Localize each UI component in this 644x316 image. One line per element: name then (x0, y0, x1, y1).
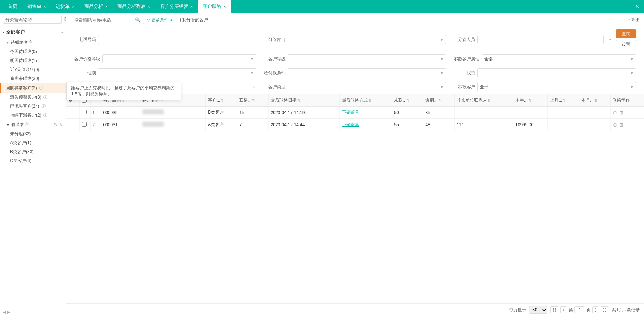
close-window-btn[interactable]: × (634, 3, 641, 10)
row-last-contact-date: 2023-04-12 14:44: (268, 119, 340, 131)
action-grid-icon[interactable]: ⊞ (619, 110, 624, 115)
th-unit-contact[interactable]: 往来单位联系人 ⇅ (454, 94, 513, 107)
subperson-dots[interactable]: ··· (607, 37, 611, 42)
year-sales-sort-icon: ⇅ (528, 99, 531, 102)
row-code: 000039 (101, 107, 140, 119)
sidebar-item-overdue-contact[interactable]: 逾期未联络(30) (0, 74, 66, 83)
th-contact-count-label: 联络... (239, 97, 251, 103)
subperson-select[interactable] (477, 35, 604, 44)
row-no-contact: 50 (392, 107, 423, 119)
status-select[interactable]: ▼ (477, 68, 636, 77)
row-last-contact-method[interactable]: 下销货单 (340, 119, 392, 131)
close-goods-analysis-tab[interactable]: × (105, 4, 107, 9)
all-customers-header[interactable]: ▪ 全部客户 » (0, 27, 66, 38)
refresh-value-cust-icon[interactable]: ↻ (54, 122, 57, 127)
th-cust-type[interactable]: 客户... ⇅ (206, 94, 237, 107)
sidebar-item-ungroup[interactable]: 未分组(32) (0, 129, 66, 138)
wait-contact-group[interactable]: ▼ 待联络客户 (0, 38, 66, 47)
retail-attr-select[interactable]: 全部▼ (482, 54, 636, 63)
sidebar-search-input[interactable] (3, 16, 62, 24)
sidebar-item-repeat-anomaly[interactable]: 回购异常客户(2) ⓘ (0, 83, 66, 93)
table-row: 1000039B类客户152023-04-17 14:19:下销货单5035 ⊕… (66, 107, 644, 119)
sidebar-item-c-class[interactable]: C类客户(6) (0, 156, 66, 165)
th-this-month[interactable]: 本月... ⇅ (579, 94, 610, 107)
action-link-icon[interactable]: ⊕ (613, 110, 617, 115)
row-checkbox[interactable] (82, 110, 87, 114)
payment-select[interactable]: ▼ (288, 68, 446, 77)
sidebar-item-tomorrow-contact[interactable]: 明天待联络(1) (0, 56, 66, 65)
th-last-contact-method-label: 最后联络方式 (342, 97, 368, 103)
edit-value-cust-icon[interactable]: ✎ (60, 122, 63, 127)
value-customer-group[interactable]: ▼ 价值客户 ↻ ✎ (0, 120, 66, 129)
row-checkbox-cell[interactable] (79, 107, 90, 119)
collapse-sidebar-btn[interactable]: » (61, 30, 63, 34)
sidebar-nav-left[interactable]: ◀ (3, 310, 6, 315)
last-page-btn[interactable]: ⟩⟩ (601, 306, 609, 313)
row-last-month (548, 107, 579, 119)
th-last-contact-method[interactable]: 最后联络方式 ⇅ (340, 94, 392, 107)
close-sales-tab[interactable]: × (43, 4, 46, 9)
th-last-contact-date[interactable]: 最后联络日期 ⇅ (268, 94, 340, 107)
tooltip-dots: ... (115, 92, 118, 96)
sidebar-item-b-class[interactable]: B类客户(33) (0, 147, 66, 156)
sidebar-item-today-contact[interactable]: 今天待联络(0) (0, 47, 66, 56)
th-year-sales[interactable]: 本年... ⇅ (513, 94, 548, 107)
filter-more-dots[interactable]: ··· (253, 84, 256, 89)
prev-page-btn[interactable]: ⟨ (560, 306, 567, 313)
action-link-icon[interactable]: ⊕ (613, 122, 617, 128)
main-layout: 🔍 ▪ 全部客户 » ▼ 待联络客户 今天待联络(0) 明天待联络(1) (0, 13, 644, 316)
th-no-contact[interactable]: 未联... ⇅ (392, 94, 423, 107)
tab-goods-analysis-list[interactable]: 商品分析列表 × (112, 0, 155, 13)
page-input[interactable] (574, 306, 585, 313)
cust-price-select[interactable]: ▼ (102, 54, 256, 63)
sidebar-item-7days-contact[interactable]: 近7天待联络(0) (0, 65, 66, 74)
last-contact-method-link[interactable]: 下销货单 (342, 110, 359, 115)
tab-home[interactable]: 首页 (3, 0, 22, 13)
per-page-label: 每页显示 (509, 307, 526, 313)
anomaly-info-icon: ⓘ (39, 86, 43, 90)
last-contact-method-link[interactable]: 下销货单 (342, 122, 359, 127)
close-purchase-tab[interactable]: × (72, 4, 74, 9)
row-name (140, 107, 205, 119)
tab-customer-segment[interactable]: 客户分层经营 × (155, 0, 198, 13)
action-grid-icon[interactable]: ⊞ (619, 122, 624, 128)
gender-select[interactable]: ▼ (98, 68, 256, 77)
more-conditions-btn[interactable]: ▽ 更多条件 ▲ (147, 17, 173, 23)
cust-level-select[interactable]: ▼ (288, 54, 446, 63)
row-last-contact-method[interactable]: 下销货单 (340, 107, 392, 119)
next-page-btn[interactable]: ⟩ (592, 306, 599, 313)
sidebar-item-continuous-down[interactable]: 持续下滑客户(2) ⓘ (0, 111, 66, 120)
close-customer-segment-tab[interactable]: × (190, 4, 193, 9)
tab-goods-analysis[interactable]: 商品分析 × (79, 0, 112, 13)
cust-type-select[interactable]: ▼ (288, 82, 446, 91)
close-customer-contact-tab[interactable]: × (223, 4, 226, 9)
my-customers-check[interactable]: 我分管的客户 (176, 17, 208, 23)
th-last-month[interactable]: 上月... ⇅ (548, 94, 579, 107)
top-nav: 首页 销售单 × 进货单 × 商品分析 × 商品分析列表 × 客户分层经营 × … (0, 0, 644, 13)
retail-attr-arrow: ▼ (630, 57, 634, 61)
sidebar-item-a-class[interactable]: A类客户(1) (0, 138, 66, 147)
my-customers-checkbox[interactable] (176, 18, 181, 22)
query-button[interactable]: 查询 (616, 29, 636, 38)
setting-button[interactable]: 设置 (616, 40, 636, 49)
retail-cust-select[interactable]: 全部▼ (477, 82, 636, 91)
search-input[interactable] (74, 18, 135, 23)
row-checkbox[interactable] (82, 122, 87, 127)
tab-purchase[interactable]: 进货单 × (51, 0, 79, 13)
tab-customer-contact[interactable]: 客户联络 × (198, 0, 231, 13)
sidebar-item-lost-warning[interactable]: 流失预警客户(3) ⓘ (0, 93, 66, 102)
search-bar-icon[interactable]: 🔍 (135, 17, 141, 23)
first-page-btn[interactable]: ⟨⟨ (550, 306, 559, 313)
sidebar-item-already-lost[interactable]: 已流失客户(24) ⓘ (0, 102, 66, 111)
sidebar-nav-right[interactable]: ▶ (7, 310, 10, 315)
sidebar-search-icon[interactable]: 🔍 (63, 17, 66, 23)
per-page-select[interactable]: 50 100 200 (529, 306, 547, 314)
th-overdue[interactable]: 逾期... ⇅ (423, 94, 454, 107)
th-contact-count[interactable]: 联络... ⇅ (237, 94, 268, 107)
close-goods-analysis-list-tab[interactable]: × (148, 4, 150, 9)
row-checkbox-cell[interactable] (79, 119, 90, 131)
export-btn[interactable]: ↑ 导出 (628, 17, 640, 23)
phone-input[interactable] (98, 35, 256, 44)
subdept-select[interactable]: ▼ (288, 35, 446, 44)
tab-sales[interactable]: 销售单 × (22, 0, 51, 13)
